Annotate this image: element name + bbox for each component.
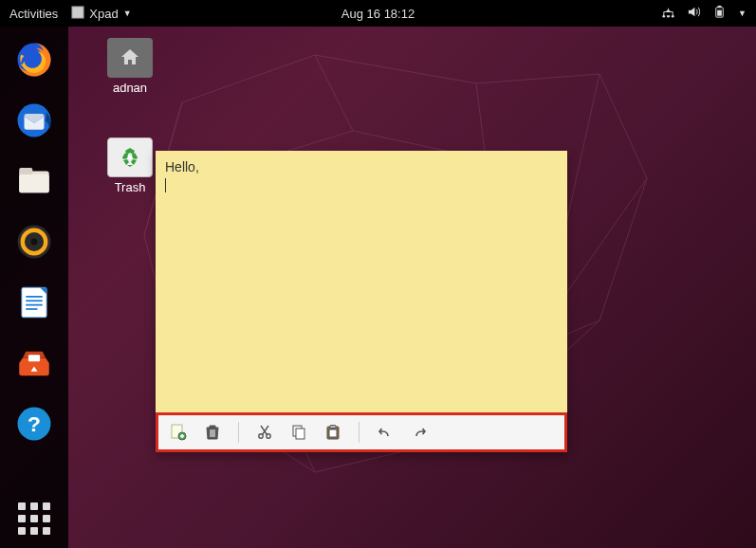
system-menu-chevron-icon[interactable]: ▼ bbox=[738, 9, 747, 18]
paste-button[interactable] bbox=[324, 424, 341, 441]
battery-icon[interactable] bbox=[712, 5, 727, 22]
dock-libreoffice-writer[interactable] bbox=[10, 279, 58, 326]
svg-rect-32 bbox=[329, 429, 337, 437]
delete-note-button[interactable] bbox=[204, 424, 221, 441]
svg-rect-18 bbox=[26, 304, 43, 306]
dock-thunderbird[interactable] bbox=[10, 97, 58, 144]
chevron-down-icon: ▼ bbox=[123, 9, 132, 18]
home-folder-icon bbox=[107, 38, 153, 78]
text-cursor bbox=[165, 178, 166, 192]
apps-grid-icon bbox=[18, 502, 50, 535]
desktop-trash[interactable]: Trash bbox=[97, 137, 163, 194]
svg-rect-10 bbox=[19, 168, 32, 174]
toolbar-separator bbox=[238, 422, 239, 443]
toolbar-separator bbox=[359, 422, 360, 443]
svg-rect-16 bbox=[26, 296, 43, 298]
svg-rect-11 bbox=[19, 174, 49, 192]
svg-rect-31 bbox=[330, 426, 336, 429]
xpad-indicator-icon bbox=[71, 6, 84, 22]
svg-rect-6 bbox=[717, 10, 722, 16]
dock: ? bbox=[0, 27, 68, 548]
dock-firefox[interactable] bbox=[10, 36, 58, 83]
show-applications-button[interactable] bbox=[0, 502, 68, 535]
desktop[interactable]: adnan Trash Hello, bbox=[68, 27, 756, 548]
note-text: Hello, bbox=[165, 159, 199, 174]
desktop-home-folder[interactable]: adnan bbox=[97, 38, 163, 95]
svg-point-14 bbox=[31, 239, 38, 246]
svg-rect-29 bbox=[296, 429, 304, 439]
trash-label: Trash bbox=[97, 180, 163, 194]
svg-rect-19 bbox=[26, 308, 37, 310]
dock-help[interactable]: ? bbox=[10, 400, 58, 448]
note-toolbar bbox=[156, 412, 567, 452]
network-icon[interactable] bbox=[661, 5, 675, 22]
svg-rect-15 bbox=[22, 287, 46, 318]
svg-rect-20 bbox=[28, 355, 40, 361]
svg-rect-0 bbox=[72, 6, 83, 17]
app-name: Xpad bbox=[89, 7, 118, 21]
svg-rect-5 bbox=[718, 6, 722, 8]
home-folder-label: adnan bbox=[97, 81, 163, 95]
dock-rhythmbox[interactable] bbox=[10, 218, 58, 265]
xpad-note-window: Hello, bbox=[156, 151, 567, 452]
svg-text:?: ? bbox=[28, 411, 41, 436]
trash-icon bbox=[107, 137, 153, 177]
redo-button[interactable] bbox=[411, 424, 428, 441]
activities-button[interactable]: Activities bbox=[9, 7, 58, 21]
dock-ubuntu-software[interactable] bbox=[10, 339, 58, 387]
volume-icon[interactable] bbox=[687, 5, 701, 22]
app-menu[interactable]: Xpad ▼ bbox=[71, 6, 131, 22]
clock[interactable]: Aug 16 18:12 bbox=[341, 7, 415, 21]
top-bar: Activities Xpad ▼ Aug 16 18:12 ▼ bbox=[0, 0, 756, 27]
new-note-button[interactable] bbox=[170, 424, 187, 441]
copy-button[interactable] bbox=[290, 424, 307, 441]
cut-button[interactable] bbox=[256, 424, 273, 441]
undo-button[interactable] bbox=[377, 424, 394, 441]
note-text-area[interactable]: Hello, bbox=[156, 151, 567, 412]
svg-rect-17 bbox=[26, 300, 43, 301]
dock-files[interactable] bbox=[10, 157, 58, 205]
svg-point-23 bbox=[128, 155, 132, 159]
